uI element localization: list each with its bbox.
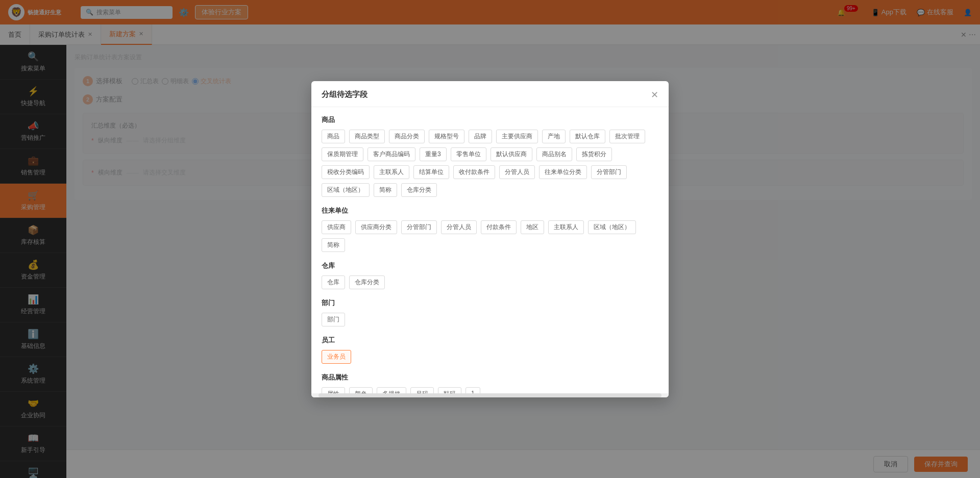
field-product-type[interactable]: 商品类型 bbox=[349, 130, 385, 143]
dialog-horizontal-scroll[interactable] bbox=[311, 393, 669, 397]
field-salesperson[interactable]: 业务员 bbox=[322, 350, 351, 364]
field-settlement-unit[interactable]: 结算单位 bbox=[413, 165, 449, 179]
field-spec-model[interactable]: 规格型号 bbox=[429, 130, 464, 143]
dialog-header: 分组待选字段 ✕ bbox=[311, 81, 669, 107]
field-dept-partner[interactable]: 分管部门 bbox=[401, 220, 437, 234]
section-warehouse: 仓库 仓库 仓库分类 bbox=[322, 261, 658, 289]
field-weight3[interactable]: 重量3 bbox=[420, 147, 447, 161]
field-dept[interactable]: 部门 bbox=[322, 313, 345, 326]
field-payment-cond[interactable]: 付款条件 bbox=[481, 220, 517, 234]
field-supervisor[interactable]: 分管人员 bbox=[499, 165, 535, 179]
section-product-attr: 商品属性 属性 颜色 多规格 尺码 鞋码 1 bbox=[322, 373, 658, 394]
product-fields: 商品 商品类型 商品分类 规格型号 品牌 主要供应商 产地 默认仓库 批次管理 … bbox=[322, 130, 658, 197]
section-product-attr-title: 商品属性 bbox=[322, 373, 658, 382]
field-warehouse[interactable]: 仓库 bbox=[322, 275, 345, 289]
field-region-partner2[interactable]: 区域（地区） bbox=[588, 220, 636, 234]
dept-fields: 部门 bbox=[322, 313, 658, 326]
field-short-name[interactable]: 简称 bbox=[374, 183, 397, 197]
employee-fields: 业务员 bbox=[322, 350, 658, 364]
field-pick-points[interactable]: 拣货积分 bbox=[576, 147, 612, 161]
section-employee: 员工 业务员 bbox=[322, 336, 658, 364]
field-payment-terms[interactable]: 收付款条件 bbox=[453, 165, 495, 179]
field-warehouse-cat[interactable]: 仓库分类 bbox=[349, 275, 385, 289]
field-batch-mgmt[interactable]: 批次管理 bbox=[609, 130, 645, 143]
field-main-supplier[interactable]: 主要供应商 bbox=[496, 130, 538, 143]
field-abbr-partner[interactable]: 简称 bbox=[322, 238, 345, 252]
dialog-title: 分组待选字段 bbox=[322, 90, 368, 99]
field-default-warehouse[interactable]: 默认仓库 bbox=[570, 130, 605, 143]
field-color[interactable]: 颜色 bbox=[349, 387, 373, 394]
field-product-category[interactable]: 商品分类 bbox=[389, 130, 425, 143]
field-supplier-category[interactable]: 供应商分类 bbox=[355, 220, 397, 234]
field-contact-partner[interactable]: 主联系人 bbox=[548, 220, 584, 234]
field-select-dialog: 分组待选字段 ✕ 商品 商品 商品类型 商品分类 规格型号 品牌 主要供应商 产… bbox=[311, 81, 669, 397]
dialog-body: 商品 商品 商品类型 商品分类 规格型号 品牌 主要供应商 产地 默认仓库 批次… bbox=[311, 107, 669, 394]
field-expiry-mgmt[interactable]: 保质期管理 bbox=[322, 147, 363, 161]
product-attr-fields: 属性 颜色 多规格 尺码 鞋码 1 bbox=[322, 387, 658, 394]
warehouse-fields: 仓库 仓库分类 bbox=[322, 275, 658, 289]
field-main-contact[interactable]: 主联系人 bbox=[374, 165, 409, 179]
section-partner-title: 往来单位 bbox=[322, 206, 658, 215]
field-partner-category[interactable]: 往来单位分类 bbox=[539, 165, 587, 179]
field-supplier[interactable]: 供应商 bbox=[322, 220, 351, 234]
field-warehouse-category[interactable]: 仓库分类 bbox=[401, 183, 437, 197]
section-dept-title: 部门 bbox=[322, 298, 658, 308]
field-attr[interactable]: 属性 bbox=[322, 387, 345, 394]
field-region-partner[interactable]: 地区 bbox=[521, 220, 544, 234]
field-brand[interactable]: 品牌 bbox=[469, 130, 492, 143]
field-product[interactable]: 商品 bbox=[322, 130, 345, 143]
field-alias[interactable]: 商品别名 bbox=[536, 147, 572, 161]
field-region-product[interactable]: 区域（地区） bbox=[322, 183, 370, 197]
field-customer-code[interactable]: 客户商品编码 bbox=[368, 147, 415, 161]
field-person-partner[interactable]: 分管人员 bbox=[441, 220, 477, 234]
partner-fields: 供应商 供应商分类 分管部门 分管人员 付款条件 地区 主联系人 区域（地区） … bbox=[322, 220, 658, 252]
dialog-close-button[interactable]: ✕ bbox=[651, 89, 658, 100]
field-tax-code[interactable]: 税收分类编码 bbox=[322, 165, 370, 179]
field-dept-mgmt[interactable]: 分管部门 bbox=[591, 165, 627, 179]
field-origin[interactable]: 产地 bbox=[542, 130, 566, 143]
section-product-title: 商品 bbox=[322, 115, 658, 124]
section-product: 商品 商品 商品类型 商品分类 规格型号 品牌 主要供应商 产地 默认仓库 批次… bbox=[322, 115, 658, 197]
field-default-supplier[interactable]: 默认供应商 bbox=[491, 147, 532, 161]
field-multi-spec[interactable]: 多规格 bbox=[377, 387, 406, 394]
section-partner: 往来单位 供应商 供应商分类 分管部门 分管人员 付款条件 地区 主联系人 区域… bbox=[322, 206, 658, 252]
field-shoe-size[interactable]: 鞋码 bbox=[438, 387, 461, 394]
dialog-overlay: 分组待选字段 ✕ 商品 商品 商品类型 商品分类 规格型号 品牌 主要供应商 产… bbox=[0, 0, 980, 478]
field-size[interactable]: 尺码 bbox=[410, 387, 434, 394]
section-dept: 部门 部门 bbox=[322, 298, 658, 326]
field-retail-unit[interactable]: 零售单位 bbox=[451, 147, 486, 161]
section-warehouse-title: 仓库 bbox=[322, 261, 658, 270]
section-employee-title: 员工 bbox=[322, 336, 658, 345]
field-number1[interactable]: 1 bbox=[465, 387, 480, 394]
